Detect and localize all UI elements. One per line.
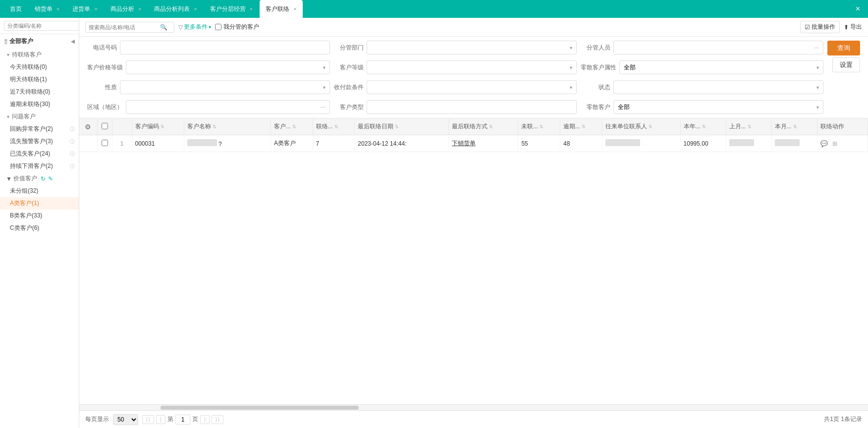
close-product-analysis-icon[interactable]: × <box>138 6 141 12</box>
query-button[interactable]: 查询 <box>827 41 860 55</box>
sort-overdue-icon[interactable]: ⇅ <box>582 124 586 129</box>
next-page-button[interactable]: ⟩ <box>200 415 210 424</box>
sidebar-collapse-icon[interactable]: ◀ <box>71 39 75 44</box>
nav-tab-product-analysis[interactable]: 商品分析 × <box>105 0 147 18</box>
first-page-button[interactable]: ⟨⟨ <box>142 415 154 424</box>
edit-icon[interactable]: ✎ <box>48 175 53 182</box>
customer-level-select[interactable]: ▾ <box>367 60 577 74</box>
status-select[interactable]: ▾ <box>613 80 823 94</box>
customer-type-label: 客户类型 <box>334 103 364 111</box>
row-checkbox[interactable] <box>102 140 108 146</box>
page-size-select[interactable]: 50 100 200 <box>113 414 138 425</box>
filter-manager: 分管人员 ··· <box>581 41 823 54</box>
last-page-button[interactable]: ⟩⟩ <box>212 415 223 424</box>
col-last-date: 最后联络日期 ⇅ <box>355 118 449 135</box>
sidebar-item-c-class[interactable]: C类客户(6) <box>0 222 79 234</box>
sidebar-all-customers[interactable]: ⣿ 全部客户 ◀ <box>0 34 79 49</box>
sort-type-icon[interactable]: ⇅ <box>292 124 296 129</box>
row-code-cell: 000031 <box>132 135 184 152</box>
sort-name-icon[interactable]: ⇅ <box>213 124 217 129</box>
close-all-tabs-button[interactable]: × <box>852 4 864 13</box>
sort-lastmethod-icon[interactable]: ⇅ <box>489 124 493 129</box>
sidebar-item-declining[interactable]: 持续下滑客户(2) ⓘ <box>0 160 79 172</box>
info-icon-abnormal: ⓘ <box>70 126 75 133</box>
region-label: 区域（地区） <box>87 103 123 111</box>
sidebar-item-tomorrow[interactable]: 明天待联络(1) <box>0 73 79 86</box>
close-product-list-icon[interactable]: × <box>194 6 197 12</box>
filter-more-btn[interactable]: ▽ 更多条件 ▾ <box>178 23 211 31</box>
retail-attr-select[interactable]: 全部 ▾ <box>619 60 823 74</box>
sidebar-problem-group[interactable]: ▼ 问题客户 <box>0 110 79 123</box>
prev-page-button[interactable]: ⟨ <box>156 415 165 424</box>
select-all-checkbox[interactable] <box>102 123 108 129</box>
region-input[interactable]: ··· <box>126 100 330 114</box>
setting-button[interactable]: 设置 <box>832 57 860 72</box>
sidebar-search-area: 🔍 <box>0 18 79 34</box>
page-number-input[interactable] <box>175 415 190 425</box>
nav-tab-purchase[interactable]: 进货单 × <box>66 0 103 18</box>
sidebar-item-lost[interactable]: 已流失客户(24) ⓘ <box>0 148 79 160</box>
nav-tab-home[interactable]: 首页 <box>4 0 28 18</box>
manager-input[interactable]: ··· <box>613 41 823 54</box>
action-chat-icon[interactable]: 💬 <box>820 140 828 147</box>
col-this-year: 本年... ⇅ <box>680 118 726 135</box>
sidebar-item-today[interactable]: 今天待联络(0) <box>0 61 79 73</box>
row-lastdate-cell: 2023-04-12 14:44: <box>355 135 449 152</box>
phone-input[interactable] <box>120 41 330 54</box>
horizontal-scrollbar[interactable] <box>79 404 868 410</box>
nature-select[interactable]: ▾ <box>120 80 330 94</box>
sort-thisyear-icon[interactable]: ⇅ <box>702 124 706 129</box>
sort-lastmonth-icon[interactable]: ⇅ <box>748 124 752 129</box>
action-qr-icon[interactable]: ⊞ <box>832 140 837 147</box>
refresh-icon[interactable]: ↻ <box>41 175 46 182</box>
sidebar-item-overdue[interactable]: 逾期未联络(30) <box>0 98 79 110</box>
filter-customer-level: 客户等级 ▾ <box>334 60 577 74</box>
sort-thismonth-icon[interactable]: ⇅ <box>793 124 797 129</box>
price-level-select[interactable]: ▾ <box>126 60 330 74</box>
last-method-link[interactable]: 下销货单 <box>452 140 476 147</box>
dept-chevron: ▾ <box>570 45 572 51</box>
sidebar-pending-group[interactable]: ▼ 待联络客户 <box>0 49 79 61</box>
nav-tab-sales[interactable]: 销货单 × <box>29 0 65 18</box>
sidebar-item-7days[interactable]: 近7天待联络(0) <box>0 86 79 98</box>
close-purchase-icon[interactable]: × <box>94 6 97 12</box>
nature-chevron: ▾ <box>323 85 326 90</box>
sidebar-item-abnormal[interactable]: 回购异常客户(2) ⓘ <box>0 123 79 135</box>
scroll-thumb[interactable] <box>161 406 359 410</box>
filter-customer-type: 客户类型 <box>334 100 577 114</box>
sidebar: 🔍 ⣿ 全部客户 ◀ ▼ 待联络客户 今天待联络(0) 明天待联络(1) 近7天… <box>0 18 79 428</box>
row-checkbox-cell <box>97 135 112 152</box>
data-table: ⚙ 客户编码 ⇅ <box>79 118 868 152</box>
sort-lastdate-icon[interactable]: ⇅ <box>395 124 399 129</box>
dept-select[interactable]: ▾ <box>367 41 577 54</box>
retail-customer-label: 零散客户 <box>581 103 610 111</box>
sidebar-item-unclassified[interactable]: 未分组(32) <box>0 185 79 197</box>
sort-code-icon[interactable]: ⇅ <box>161 124 164 129</box>
sort-unitcontact-icon[interactable]: ⇅ <box>649 124 652 129</box>
close-customer-contact-icon[interactable]: × <box>293 6 296 12</box>
sidebar-item-lostwarning[interactable]: 流失预警客户(3) ⓘ <box>0 135 79 148</box>
sidebar-item-a-class[interactable]: A类客户(1) <box>0 197 79 210</box>
nav-tab-customer-contact[interactable]: 客户联络 × <box>260 0 302 18</box>
sidebar-item-b-class[interactable]: B类客户(33) <box>0 210 79 222</box>
batch-op-button[interactable]: ☑ 批量操作 <box>800 21 840 33</box>
close-customer-tier-icon[interactable]: × <box>250 6 253 12</box>
payment-select[interactable]: ▾ <box>367 80 577 94</box>
export-icon: ⬆ <box>844 24 849 31</box>
my-customers-checkbox[interactable] <box>215 24 221 30</box>
nav-tab-customer-tier[interactable]: 客户分层经营 × <box>204 0 259 18</box>
col-num <box>112 118 132 135</box>
sidebar-search-input[interactable] <box>4 21 79 31</box>
sort-contact-icon[interactable]: ⇅ <box>334 124 338 129</box>
filter-search-input[interactable] <box>89 24 158 30</box>
export-button[interactable]: ⬆ 导出 <box>844 23 862 31</box>
retail-customer-select[interactable]: 全部 ▾ <box>613 100 823 114</box>
retail-attr-label: 零散客户属性 <box>581 63 616 72</box>
nav-tab-product-list[interactable]: 商品分析列表 × <box>148 0 203 18</box>
settings-gear-icon[interactable]: ⚙ <box>85 123 91 131</box>
customer-type-input[interactable] <box>367 100 577 114</box>
filter-retail-attr: 零散客户属性 全部 ▾ <box>581 60 823 74</box>
sort-nocontact-icon[interactable]: ⇅ <box>540 124 543 129</box>
filter-search-icon[interactable]: 🔍 <box>160 24 167 31</box>
close-sales-icon[interactable]: × <box>56 6 59 12</box>
